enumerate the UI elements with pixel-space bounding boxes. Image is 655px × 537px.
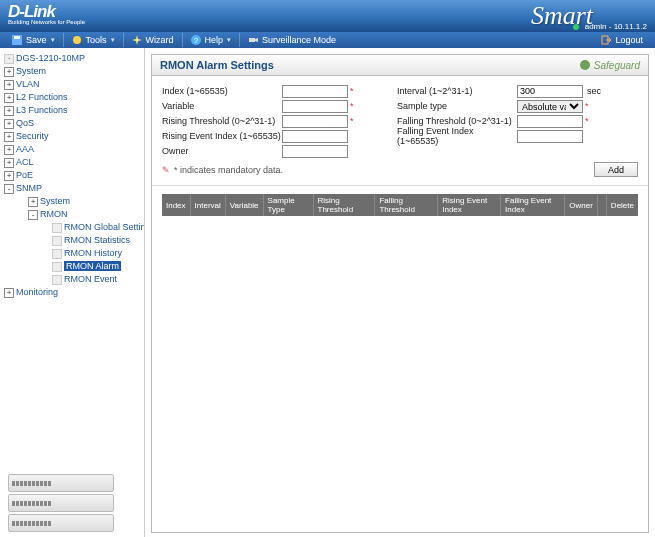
expand-toggle[interactable]: + bbox=[4, 145, 14, 155]
tree-rmon-global[interactable]: RMON Global Settings bbox=[64, 222, 145, 232]
table-header-row: Index Interval Variable Sample Type Risi… bbox=[162, 194, 638, 216]
expand-toggle[interactable]: + bbox=[4, 67, 14, 77]
rising-th-input[interactable] bbox=[282, 115, 348, 128]
tree-root[interactable]: DGS-1210-10MP bbox=[16, 53, 85, 63]
col-falling-th: Falling Threshold bbox=[375, 194, 438, 216]
expand-toggle[interactable]: + bbox=[28, 197, 38, 207]
expand-toggle[interactable]: + bbox=[4, 119, 14, 129]
tree-rmon-history[interactable]: RMON History bbox=[64, 248, 122, 258]
table-wrap: Index Interval Variable Sample Type Risi… bbox=[152, 186, 648, 532]
interval-unit: sec bbox=[587, 86, 601, 96]
tools-icon bbox=[72, 35, 82, 45]
logout-icon bbox=[601, 35, 611, 45]
status-dot-icon bbox=[573, 24, 579, 30]
menu-save[interactable]: Save▾ bbox=[6, 32, 61, 48]
sidebar: ·DGS-1210-10MP +System +VLAN +L2 Functio… bbox=[0, 48, 145, 537]
svg-rect-6 bbox=[249, 38, 255, 42]
expand-toggle[interactable]: + bbox=[4, 80, 14, 90]
interval-input[interactable] bbox=[517, 85, 583, 98]
index-input[interactable] bbox=[282, 85, 348, 98]
help-icon: ? bbox=[191, 35, 201, 45]
variable-label: Variable bbox=[162, 101, 282, 111]
falling-ev-input[interactable] bbox=[517, 130, 583, 143]
tree-rmon-stats[interactable]: RMON Statistics bbox=[64, 235, 130, 245]
menu-surveillance[interactable]: Surveillance Mode bbox=[242, 32, 342, 48]
owner-label: Owner bbox=[162, 146, 282, 156]
collapse-toggle[interactable]: - bbox=[28, 210, 38, 220]
owner-input[interactable] bbox=[282, 145, 348, 158]
chevron-down-icon: ▾ bbox=[111, 36, 115, 44]
brand-tagline: Building Networks for People bbox=[8, 19, 85, 25]
leaf-icon bbox=[52, 262, 62, 272]
tree-l2[interactable]: L2 Functions bbox=[16, 92, 68, 102]
tree-l3[interactable]: L3 Functions bbox=[16, 105, 68, 115]
tree-poe[interactable]: PoE bbox=[16, 170, 33, 180]
mandatory-star-icon: * bbox=[350, 101, 354, 111]
leaf-icon bbox=[52, 275, 62, 285]
tree-vlan[interactable]: VLAN bbox=[16, 79, 40, 89]
tree-qos[interactable]: QoS bbox=[16, 118, 34, 128]
leaf-icon bbox=[52, 249, 62, 259]
tree-rmon[interactable]: RMON bbox=[40, 209, 68, 219]
session-info: admin - 10.11.1.2 bbox=[573, 22, 647, 31]
mandatory-note: * indicates mandatory data. bbox=[174, 165, 283, 175]
variable-input[interactable] bbox=[282, 100, 348, 113]
col-index: Index bbox=[162, 194, 190, 216]
tree-aaa[interactable]: AAA bbox=[16, 144, 34, 154]
menu-help[interactable]: ?Help▾ bbox=[185, 32, 238, 48]
device-icon: · bbox=[4, 54, 14, 64]
wizard-icon bbox=[132, 35, 142, 45]
expand-toggle[interactable]: + bbox=[4, 171, 14, 181]
panel-header: RMON Alarm Settings Safeguard bbox=[152, 55, 648, 76]
col-interval: Interval bbox=[190, 194, 225, 216]
falling-th-label: Falling Threshold (0~2^31-1) bbox=[397, 116, 517, 126]
interval-label: Interval (1~2^31-1) bbox=[397, 86, 517, 96]
session-ip: 10.11.1.2 bbox=[614, 22, 647, 31]
panel: RMON Alarm Settings Safeguard Index (1~6… bbox=[151, 54, 649, 533]
expand-toggle[interactable]: + bbox=[4, 132, 14, 142]
pencil-icon: ✎ bbox=[162, 165, 170, 175]
alarm-table: Index Interval Variable Sample Type Risi… bbox=[162, 194, 638, 216]
header: D-Link Building Networks for People Smar… bbox=[0, 0, 655, 32]
menubar: Save▾ Tools▾ Wizard ?Help▾ Surveillance … bbox=[0, 32, 655, 48]
tree-rmon-event[interactable]: RMON Event bbox=[64, 274, 117, 284]
menu-tools[interactable]: Tools▾ bbox=[66, 32, 121, 48]
rising-ev-input[interactable] bbox=[282, 130, 348, 143]
expand-toggle[interactable]: + bbox=[4, 106, 14, 116]
tree-security[interactable]: Security bbox=[16, 131, 49, 141]
menu-logout[interactable]: Logout bbox=[595, 32, 649, 48]
tree-snmp-system[interactable]: System bbox=[40, 196, 70, 206]
form: Index (1~65535)* Interval (1~2^31-1)sec … bbox=[152, 76, 648, 186]
col-sample: Sample Type bbox=[263, 194, 313, 216]
col-rising-ev: Rising Event Index bbox=[438, 194, 501, 216]
mandatory-star-icon: * bbox=[350, 86, 354, 96]
expand-toggle[interactable]: + bbox=[4, 158, 14, 168]
leaf-icon bbox=[52, 223, 62, 233]
shield-icon bbox=[580, 60, 590, 70]
menu-wizard[interactable]: Wizard bbox=[126, 32, 180, 48]
tree-acl[interactable]: ACL bbox=[16, 157, 34, 167]
svg-marker-7 bbox=[255, 38, 258, 42]
svg-rect-1 bbox=[14, 36, 20, 39]
tree-snmp[interactable]: SNMP bbox=[16, 183, 42, 193]
nav-tree: ·DGS-1210-10MP +System +VLAN +L2 Functio… bbox=[4, 52, 142, 299]
col-owner: Owner bbox=[565, 194, 598, 216]
expand-toggle[interactable]: + bbox=[4, 93, 14, 103]
tree-system[interactable]: System bbox=[16, 66, 46, 76]
expand-toggle[interactable]: + bbox=[4, 288, 14, 298]
add-button[interactable]: Add bbox=[594, 162, 638, 177]
brand-logo: D-Link Building Networks for People bbox=[8, 2, 85, 25]
sample-label: Sample type bbox=[397, 101, 517, 111]
falling-ev-label: Falling Event Index (1~65535) bbox=[397, 126, 517, 146]
col-variable: Variable bbox=[225, 194, 263, 216]
tree-monitoring[interactable]: Monitoring bbox=[16, 287, 58, 297]
chevron-down-icon: ▾ bbox=[227, 36, 231, 44]
col-spacer bbox=[597, 194, 606, 216]
col-delete: Delete bbox=[606, 194, 638, 216]
tree-rmon-alarm[interactable]: RMON Alarm bbox=[64, 261, 121, 271]
chevron-down-icon: ▾ bbox=[51, 36, 55, 44]
sample-select[interactable]: Absolute value bbox=[517, 100, 583, 113]
session-user: admin bbox=[585, 22, 607, 31]
panel-title: RMON Alarm Settings bbox=[160, 59, 274, 71]
collapse-toggle[interactable]: - bbox=[4, 184, 14, 194]
